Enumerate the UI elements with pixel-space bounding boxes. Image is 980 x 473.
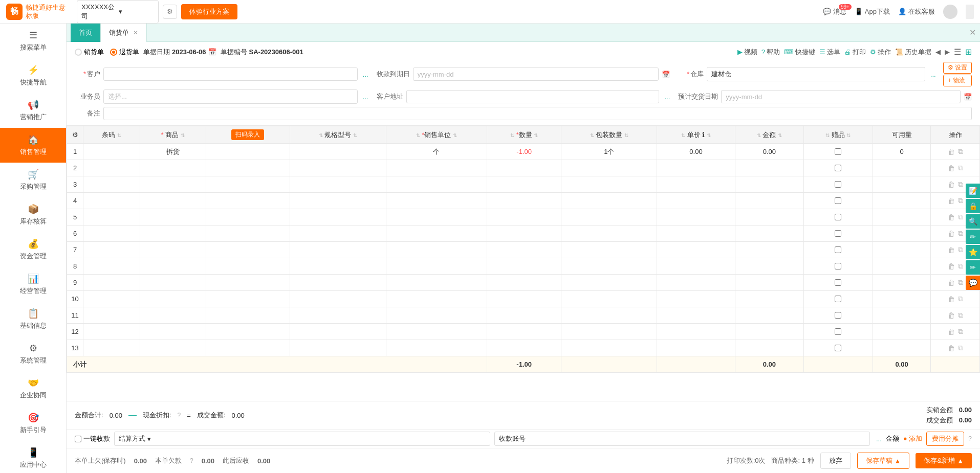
bank-account-input[interactable]: 收款账号 (494, 432, 870, 446)
row-spec[interactable] (206, 176, 290, 193)
row-amount[interactable] (735, 193, 804, 209)
app-download-button[interactable]: 📱 App下载 (855, 7, 890, 16)
expected-date-input[interactable]: yyyy-mm-dd (721, 90, 961, 103)
cash-discount-help-icon[interactable]: ? (178, 412, 181, 419)
copy-icon[interactable]: ⧉ (958, 164, 963, 172)
sidebar-item-search[interactable]: ☰ 搜索菜单 (0, 24, 66, 58)
row-unit[interactable] (386, 275, 487, 291)
row-product[interactable] (140, 340, 206, 356)
row-pack-qty[interactable] (561, 340, 657, 356)
row-amount[interactable] (735, 291, 804, 307)
copy-icon[interactable]: ⧉ (958, 213, 963, 221)
row-quantity[interactable]: -1.00 (487, 144, 561, 160)
row-gift[interactable] (804, 340, 873, 356)
row-unit-price[interactable] (657, 340, 735, 356)
row-spec[interactable] (206, 258, 290, 275)
row-unit[interactable]: 个 (386, 144, 487, 160)
row-quantity[interactable] (487, 209, 561, 226)
row-product[interactable] (140, 324, 206, 340)
row-spec2[interactable] (290, 340, 386, 356)
row-unit[interactable] (386, 176, 487, 193)
delete-icon[interactable]: 🗑 (948, 311, 955, 320)
row-gift[interactable] (804, 176, 873, 193)
tab-close-icon[interactable]: ✕ (133, 29, 138, 36)
row-pack-qty[interactable] (561, 324, 657, 340)
customer-addr-more-btn[interactable]: ... (664, 93, 670, 101)
customer-input[interactable] (103, 67, 358, 81)
row-gift[interactable] (804, 209, 873, 226)
row-unit[interactable] (386, 324, 487, 340)
row-spec2[interactable] (290, 160, 386, 176)
due-date-input[interactable]: yyyy-mm-dd (413, 67, 659, 81)
row-product[interactable] (140, 193, 206, 209)
copy-icon[interactable]: ⧉ (958, 262, 963, 271)
row-spec2[interactable] (290, 275, 386, 291)
grid-view-icon[interactable]: ⊞ (965, 47, 972, 57)
sidebar-item-operations[interactable]: 📊 经营管理 (0, 267, 66, 302)
row-unit-price[interactable] (657, 193, 735, 209)
sidebar-item-base[interactable]: 📋 基础信息 (0, 302, 66, 336)
row-pack-qty[interactable] (561, 209, 657, 226)
due-date-calendar-icon[interactable]: 📅 (662, 71, 670, 78)
row-product[interactable] (140, 291, 206, 307)
copy-icon[interactable]: ⧉ (958, 278, 963, 287)
row-spec[interactable] (206, 209, 290, 226)
shortcut-btn[interactable]: ⌨ 快捷键 (784, 48, 815, 57)
warehouse-input[interactable]: 建材仓 (707, 67, 925, 81)
prev-record-icon[interactable]: ◀ (935, 48, 941, 56)
copy-icon[interactable]: ⧉ (958, 229, 963, 238)
salesperson-more-btn[interactable]: ... (363, 93, 368, 101)
settings-button-form[interactable]: ⚙ 设置 (943, 62, 972, 74)
row-amount[interactable] (735, 324, 804, 340)
rf-btn-7[interactable]: 💬 (966, 276, 980, 290)
row-pack-qty[interactable] (561, 193, 657, 209)
row-spec2[interactable] (290, 258, 386, 275)
delete-icon[interactable]: 🗑 (948, 197, 955, 205)
row-pack-qty[interactable] (561, 275, 657, 291)
row-unit[interactable] (386, 242, 487, 258)
row-unit[interactable] (386, 291, 487, 307)
row-pack-qty[interactable] (561, 307, 657, 324)
row-quantity[interactable] (487, 275, 561, 291)
scan-btn[interactable]: 扫码录入 (231, 129, 264, 140)
copy-icon[interactable]: ⧉ (958, 327, 963, 336)
delete-icon[interactable]: 🗑 (948, 262, 955, 271)
row-spec[interactable] (206, 275, 290, 291)
delete-icon[interactable]: 🗑 (948, 164, 955, 172)
row-gift[interactable] (804, 275, 873, 291)
row-unit-price[interactable] (657, 307, 735, 324)
rf-btn-6[interactable]: ✏ (966, 260, 980, 275)
help-btn[interactable]: ? 帮助 (761, 48, 780, 57)
sidebar-item-finance[interactable]: 💰 资金管理 (0, 232, 66, 267)
operation-btn[interactable]: ⚙ 操作 (870, 48, 891, 57)
calendar-icon[interactable]: 📅 (208, 48, 216, 56)
row-barcode[interactable] (83, 340, 140, 356)
row-quantity[interactable] (487, 340, 561, 356)
row-spec[interactable] (206, 242, 290, 258)
th-config[interactable]: ⚙ (67, 126, 83, 144)
row-barcode[interactable] (83, 242, 140, 258)
row-barcode[interactable] (83, 176, 140, 193)
save-new-button[interactable]: 保存&新增 ▲ (916, 453, 972, 468)
row-product[interactable] (140, 226, 206, 242)
row-product[interactable] (140, 160, 206, 176)
row-barcode[interactable] (83, 226, 140, 242)
delete-icon[interactable]: 🗑 (948, 246, 955, 254)
row-amount[interactable] (735, 209, 804, 226)
row-quantity[interactable] (487, 307, 561, 324)
row-quantity[interactable] (487, 242, 561, 258)
row-unit[interactable] (386, 258, 487, 275)
delete-icon[interactable]: 🗑 (948, 328, 955, 336)
row-unit[interactable] (386, 193, 487, 209)
tab-home[interactable]: 首页 (71, 24, 101, 42)
row-gift[interactable] (804, 307, 873, 324)
company-select[interactable]: XXXXXX公司 ▾ (77, 0, 159, 24)
row-spec[interactable] (206, 291, 290, 307)
customer-more-btn[interactable]: ... (363, 71, 368, 78)
row-pack-qty[interactable] (561, 242, 657, 258)
copy-icon[interactable]: ⧉ (958, 196, 963, 205)
user-avatar[interactable] (943, 5, 957, 19)
row-amount[interactable] (735, 226, 804, 242)
notes-input[interactable] (103, 107, 972, 120)
row-quantity[interactable] (487, 193, 561, 209)
